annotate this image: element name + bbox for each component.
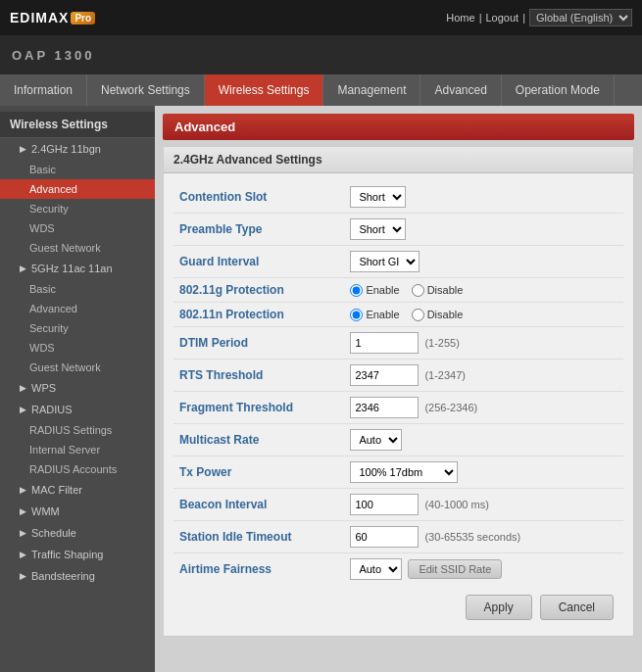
select-tx-power[interactable]: 100% 17dbm 90% 16dbm — [350, 461, 458, 483]
label-preamble-type: Preamble Type — [173, 214, 344, 246]
sidebar-group-2ghz[interactable]: ▶ 2.4GHz 11bgn Basic Advanced Security W… — [0, 138, 155, 258]
value-rts-threshold: (1-2347) — [344, 360, 623, 392]
label-airtime-fairness: Airtime Fairness — [173, 553, 344, 586]
radio-80211g-disable[interactable]: Disable — [412, 284, 464, 297]
nav-wireless-settings[interactable]: Wireless Settings — [205, 74, 324, 106]
radio-80211n-disable[interactable]: Disable — [412, 309, 464, 321]
radio-80211n-enable[interactable]: Enable — [350, 309, 399, 321]
sidebar-item-internal-server[interactable]: Internal Server — [0, 440, 155, 459]
button-row: Apply Cancel — [173, 585, 623, 628]
settings-table: Contention Slot Short Long — [173, 181, 623, 585]
label-contention-slot: Contention Slot — [173, 181, 344, 214]
sidebar-item-advanced-2ghz[interactable]: Advanced — [0, 179, 155, 199]
select-multicast-rate[interactable]: Auto 1 2 — [350, 429, 402, 451]
input-rts-threshold[interactable] — [350, 364, 419, 386]
sidebar-item-guestnetwork-5ghz[interactable]: Guest Network — [0, 358, 155, 377]
value-airtime-fairness: Auto Off Edit SSID Rate — [344, 553, 623, 586]
sidebar-group-label-5ghz[interactable]: ▶ 5GHz 11ac 11an — [0, 258, 155, 279]
value-multicast-rate: Auto 1 2 — [344, 424, 623, 456]
sidebar-group-wmm[interactable]: ▶ WMM — [0, 501, 155, 522]
select-airtime-fairness[interactable]: Auto Off — [350, 558, 402, 580]
select-contention-slot[interactable]: Short Long — [350, 186, 406, 208]
nav-advanced[interactable]: Advanced — [420, 74, 501, 106]
nav-network-settings[interactable]: Network Settings — [87, 74, 205, 106]
row-80211g-protection: 802.11g Protection Enable Disable — [173, 278, 623, 303]
sidebar-item-radius-settings[interactable]: RADIUS Settings — [0, 420, 155, 440]
panel-body: Contention Slot Short Long — [164, 173, 633, 636]
select-preamble-type[interactable]: Short Long — [350, 218, 406, 240]
main-layout: Wireless Settings ▶ 2.4GHz 11bgn Basic A… — [0, 106, 642, 672]
sidebar: Wireless Settings ▶ 2.4GHz 11bgn Basic A… — [0, 106, 155, 672]
sidebar-item-security-2ghz[interactable]: Security — [0, 199, 155, 218]
logo-pro: Pro — [71, 12, 95, 24]
arrow-icon: ▶ — [20, 144, 26, 154]
sidebar-group-mac-filter[interactable]: ▶ MAC Filter — [0, 479, 155, 501]
value-80211n-protection: Enable Disable — [344, 303, 623, 327]
row-rts-threshold: RTS Threshold (1-2347) — [173, 360, 623, 392]
sidebar-item-security-5ghz[interactable]: Security — [0, 318, 155, 338]
select-guard-interval[interactable]: Short GI Long GI — [350, 251, 420, 272]
value-station-idle-timeout: (30-65535 seconds) — [344, 521, 623, 553]
sidebar-item-advanced-5ghz[interactable]: Advanced — [0, 299, 155, 318]
row-guard-interval: Guard Interval Short GI Long GI — [173, 246, 623, 278]
radio-input-80211n-enable[interactable] — [350, 309, 363, 321]
model-name: OAP 1300 — [12, 48, 94, 63]
input-beacon-interval[interactable] — [350, 494, 419, 515]
language-select[interactable]: Global (English) — [529, 9, 632, 26]
sidebar-group-radius[interactable]: ▶ RADIUS RADIUS Settings Internal Server… — [0, 399, 155, 479]
sidebar-item-radius-accounts[interactable]: RADIUS Accounts — [0, 459, 155, 479]
radio-input-80211n-disable[interactable] — [412, 309, 424, 321]
sidebar-item-wds-2ghz[interactable]: WDS — [0, 218, 155, 238]
hint-station-idle-timeout: (30-65535 seconds) — [424, 531, 520, 543]
sidebar-group-bandsteering[interactable]: ▶ Bandsteering — [0, 565, 155, 587]
content-area: Advanced 2.4GHz Advanced Settings Conten… — [155, 106, 642, 672]
radio-input-80211g-enable[interactable] — [350, 284, 363, 297]
row-beacon-interval: Beacon Interval (40-1000 ms) — [173, 489, 623, 521]
sidebar-group-5ghz[interactable]: ▶ 5GHz 11ac 11an Basic Advanced Security… — [0, 258, 155, 377]
row-tx-power: Tx Power 100% 17dbm 90% 16dbm — [173, 456, 623, 489]
sidebar-item-basic-2ghz[interactable]: Basic — [0, 160, 155, 179]
sidebar-group-label-2ghz[interactable]: ▶ 2.4GHz 11bgn — [0, 138, 155, 160]
radio-80211g-enable[interactable]: Enable — [350, 284, 399, 297]
input-fragment-threshold[interactable] — [350, 397, 419, 418]
sidebar-group-wps[interactable]: ▶ WPS — [0, 377, 155, 399]
content-header: Advanced — [163, 114, 634, 140]
hint-rts-threshold: (1-2347) — [424, 369, 466, 381]
row-80211n-protection: 802.11n Protection Enable Disable — [173, 303, 623, 327]
sidebar-group-label-radius[interactable]: ▶ RADIUS — [0, 399, 155, 420]
radio-input-80211g-disable[interactable] — [412, 284, 424, 297]
value-fragment-threshold: (256-2346) — [344, 392, 623, 424]
sidebar-traffic-shaping-label: Traffic Shaping — [31, 549, 103, 560]
sidebar-wps-label: WPS — [31, 382, 56, 394]
sidebar-wmm-label: WMM — [31, 505, 60, 517]
nav-operation-mode[interactable]: Operation Mode — [502, 74, 615, 106]
content-panel: 2.4GHz Advanced Settings Contention Slot… — [163, 146, 634, 637]
value-beacon-interval: (40-1000 ms) — [344, 489, 623, 521]
panel-title: 2.4GHz Advanced Settings — [164, 147, 633, 173]
edit-ssid-rate-button[interactable]: Edit SSID Rate — [408, 559, 502, 579]
arrow-icon-5ghz: ▶ — [20, 264, 26, 273]
sidebar-group-5ghz-label: 5GHz 11ac 11an — [31, 263, 113, 274]
apply-button[interactable]: Apply — [466, 595, 532, 620]
row-multicast-rate: Multicast Rate Auto 1 2 — [173, 424, 623, 456]
nav-management[interactable]: Management — [323, 74, 420, 106]
input-dtim-period[interactable] — [350, 332, 419, 354]
sidebar-item-guestnetwork-2ghz[interactable]: Guest Network — [0, 238, 155, 258]
home-link[interactable]: Home — [446, 12, 474, 24]
arrow-icon-radius: ▶ — [20, 405, 26, 414]
sidebar-group-schedule[interactable]: ▶ Schedule — [0, 522, 155, 544]
label-dtim-period: DTIM Period — [173, 327, 344, 360]
sidebar-item-wds-5ghz[interactable]: WDS — [0, 338, 155, 358]
value-dtim-period: (1-255) — [344, 327, 623, 360]
nav-information[interactable]: Information — [0, 74, 87, 106]
value-preamble-type: Short Long — [344, 214, 623, 246]
sidebar-item-basic-5ghz[interactable]: Basic — [0, 279, 155, 299]
row-fragment-threshold: Fragment Threshold (256-2346) — [173, 392, 623, 424]
cancel-button[interactable]: Cancel — [540, 595, 614, 620]
sidebar-mac-filter-label: MAC Filter — [31, 484, 82, 496]
input-station-idle-timeout[interactable] — [350, 526, 419, 548]
sidebar-schedule-label: Schedule — [31, 527, 76, 539]
sidebar-title: Wireless Settings — [0, 112, 155, 138]
logout-link[interactable]: Logout — [485, 12, 519, 24]
sidebar-group-traffic-shaping[interactable]: ▶ Traffic Shaping — [0, 544, 155, 565]
